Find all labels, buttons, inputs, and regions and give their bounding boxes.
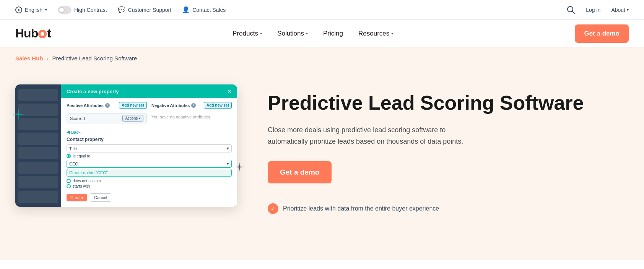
add-new-set-positive[interactable]: Add new set	[119, 102, 147, 109]
negative-label: Negative Attributes i Add new set	[151, 102, 232, 109]
sidebar-and-modal: Create a new property ✕ Positive Attribu…	[15, 84, 237, 207]
hero-image-wrap: Create a new property ✕ Positive Attribu…	[15, 84, 237, 207]
high-contrast-label: High Contrast	[74, 7, 107, 13]
breadcrumb-separator: ›	[47, 56, 49, 61]
benefit-row: ✓ Prioritize leads with data from the en…	[268, 203, 629, 214]
back-link[interactable]: ◀ Back	[67, 130, 232, 134]
positive-info-icon: i	[105, 103, 110, 108]
contact-sales-link[interactable]: 👤 Contact Sales	[182, 6, 226, 13]
support-icon: 💬	[118, 6, 125, 13]
does-not-contain-label: does not contain	[73, 179, 101, 183]
attr-header-row: Positive Attributes i Add new set Negati…	[67, 102, 232, 110]
hero-content: Predictive Lead Scoring Software Close m…	[268, 84, 629, 214]
search-icon	[567, 6, 575, 14]
pricing-label: Pricing	[323, 30, 343, 37]
get-demo-button-nav[interactable]: Get a demo	[575, 24, 629, 43]
hero-title: Predictive Lead Scoring Software	[268, 92, 629, 114]
language-selector[interactable]: ● English ▾	[15, 6, 47, 13]
nav-products[interactable]: Products ▾	[226, 27, 268, 41]
customer-support-link[interactable]: 💬 Customer Support	[118, 6, 172, 13]
score-label: Score: 1	[70, 116, 86, 121]
hero-description: Close more deals using predictive lead s…	[268, 125, 482, 147]
breadcrumb-current: Predictive Lead Scoring Software	[52, 55, 137, 62]
benefit-check-icon: ✓	[268, 203, 278, 214]
modal-header: Create a new property ✕	[61, 84, 237, 98]
title-select-row: Title ▾	[67, 144, 232, 152]
radio-dot-equal	[67, 154, 71, 158]
is-equal-label: Is equal to	[73, 154, 90, 158]
hero-cta-button[interactable]: Get a demo	[268, 161, 332, 183]
radio-dot-starts-with	[67, 184, 71, 188]
positive-label: Positive Attributes i Add new set	[67, 102, 147, 109]
score-row-wrap: Score: 1 Actions ▾ You have no negative …	[67, 113, 232, 126]
back-arrow: ◀	[67, 130, 70, 134]
create-button[interactable]: Create	[67, 194, 87, 201]
top-bar-left: ● English ▾ High Contrast 💬 Customer Sup…	[15, 6, 226, 14]
starts-with-label: starts with	[73, 184, 90, 188]
resources-label: Resources	[358, 30, 389, 37]
contrast-knob	[59, 7, 65, 13]
benefit-text: Prioritize leads with data from the enti…	[283, 205, 439, 212]
nav-solutions[interactable]: Solutions ▾	[271, 27, 314, 41]
search-button[interactable]	[567, 6, 575, 14]
about-label: About	[611, 7, 625, 13]
top-bar: ● English ▾ High Contrast 💬 Customer Sup…	[0, 0, 644, 20]
breadcrumb-bar: Sales Hub › Predictive Lead Scoring Soft…	[0, 47, 644, 69]
login-link[interactable]: Log in	[586, 7, 600, 13]
about-menu[interactable]: About ▾	[611, 7, 629, 13]
contrast-switch[interactable]	[58, 6, 72, 14]
nav-pricing[interactable]: Pricing	[317, 27, 349, 41]
radio-dot-no-contain	[67, 179, 71, 183]
logo-spot: t	[47, 26, 51, 40]
contact-property-label: Contact property	[67, 137, 232, 142]
logo-text: Hubt	[15, 26, 51, 41]
sidebar-panel	[15, 84, 61, 207]
sparkle-top-left	[11, 107, 25, 121]
radio-item-equal[interactable]: Is equal to	[67, 154, 232, 158]
hero-section: Create a new property ✕ Positive Attribu…	[0, 69, 644, 260]
positive-attributes-col: Positive Attributes i Add new set	[67, 102, 147, 110]
modal-close-icon[interactable]: ✕	[227, 88, 232, 94]
nav-links: Products ▾ Solutions ▾ Pricing Resources…	[226, 27, 399, 41]
about-chevron: ▾	[627, 8, 629, 12]
logo-hub: Hub	[15, 26, 38, 40]
modal-footer: Create Cancel	[61, 193, 237, 206]
modal-panel: Create a new property ✕ Positive Attribu…	[61, 84, 237, 207]
negative-attributes-col: Negative Attributes i Add new set	[151, 102, 232, 110]
title-select[interactable]: Title ▾	[67, 144, 232, 152]
add-new-set-negative[interactable]: Add new set	[204, 102, 232, 109]
resources-chevron: ▾	[391, 31, 393, 36]
products-label: Products	[233, 30, 258, 37]
main-nav: Hubt Products ▾ Solutions ▾ Pricing Reso…	[0, 20, 644, 47]
sparkle-bottom-right	[234, 162, 245, 172]
top-bar-right: Log in About ▾	[567, 6, 629, 14]
modal-title: Create a new property	[67, 89, 119, 94]
ui-screenshot: Create a new property ✕ Positive Attribu…	[15, 84, 237, 207]
is-equal-radio: Is equal to	[67, 154, 232, 158]
globe-icon: ●	[15, 6, 22, 13]
logo-o	[38, 30, 47, 38]
svg-line-1	[572, 11, 575, 13]
ceo-input[interactable]: CEO ▾	[67, 160, 232, 168]
score-col: Score: 1 Actions ▾	[67, 113, 147, 126]
actions-button[interactable]: Actions ▾	[122, 115, 143, 122]
high-contrast-toggle[interactable]: High Contrast	[58, 6, 107, 14]
breadcrumb: Sales Hub › Predictive Lead Scoring Soft…	[15, 55, 629, 62]
products-chevron: ▾	[260, 31, 262, 36]
customer-support-label: Customer Support	[128, 7, 172, 13]
negative-info-icon: i	[191, 103, 196, 108]
negative-empty-col: You have no negative attributes.	[151, 113, 232, 126]
contact-icon: 👤	[182, 6, 190, 13]
back-label: Back	[71, 130, 80, 134]
logo[interactable]: Hubt	[15, 26, 51, 41]
radio-starts-with[interactable]: starts with	[67, 184, 232, 188]
cancel-button[interactable]: Cancel	[90, 193, 111, 202]
radio-does-not-contain[interactable]: does not contain	[67, 179, 232, 183]
modal-body: Positive Attributes i Add new set Negati…	[61, 98, 237, 193]
breadcrumb-parent[interactable]: Sales Hub	[15, 55, 43, 62]
nav-resources[interactable]: Resources ▾	[352, 27, 399, 41]
solutions-label: Solutions	[277, 30, 304, 37]
create-option-suggestion[interactable]: Create option "CEO"	[67, 169, 232, 177]
solutions-chevron: ▾	[306, 31, 308, 36]
language-label: English	[25, 7, 42, 13]
